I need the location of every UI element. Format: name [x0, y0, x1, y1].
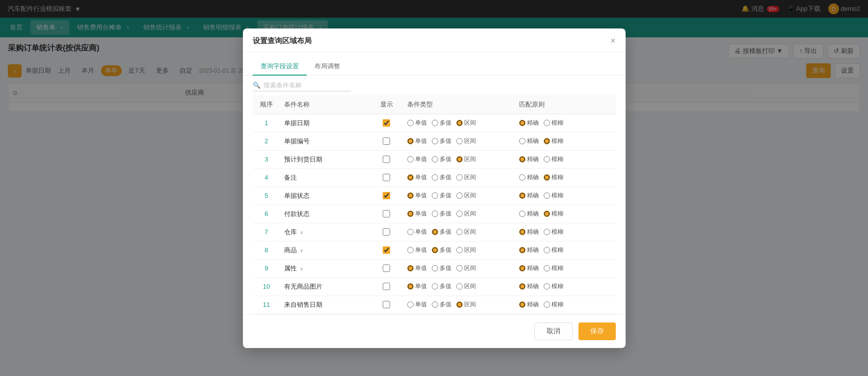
tab-layout[interactable]: 布局调整: [307, 58, 348, 76]
th-order: 顺序: [253, 95, 281, 114]
th-display: 显示: [370, 95, 403, 114]
tab-query-fields-label: 查询字段设置: [261, 62, 299, 70]
search-icon: 🔍: [253, 81, 261, 89]
dialog-title: 设置查询区域布局: [253, 36, 312, 46]
dialog-table-area: 顺序 条件名称 显示 条件类型 匹配原则 1单据日期单值多值区间精确模糊2单据编…: [243, 95, 626, 119]
th-match: 匹配原则: [515, 95, 616, 114]
dialog-tabs: 查询字段设置 布局调整: [243, 52, 626, 76]
dialog-search-area: 🔍: [243, 76, 626, 95]
dialog: 设置查询区域布局 × 查询字段设置 布局调整 🔍 顺序: [243, 28, 626, 119]
dialog-header: 设置查询区域布局 ×: [243, 28, 626, 52]
th-name: 条件名称: [280, 95, 369, 114]
search-input[interactable]: [263, 81, 351, 89]
search-wrapper: 🔍: [253, 81, 351, 91]
dialog-close-button[interactable]: ×: [610, 36, 616, 45]
conditions-table: 顺序 条件名称 显示 条件类型 匹配原则 1单据日期单值多值区间精确模糊2单据编…: [253, 95, 616, 119]
th-type: 条件类型: [403, 95, 515, 114]
tab-query-fields[interactable]: 查询字段设置: [253, 58, 307, 76]
modal-overlay[interactable]: 设置查询区域布局 × 查询字段设置 布局调整 🔍 顺序: [0, 0, 868, 118]
condition-row: 1单据日期单值多值区间精确模糊: [253, 114, 616, 118]
tab-layout-label: 布局调整: [315, 62, 340, 70]
